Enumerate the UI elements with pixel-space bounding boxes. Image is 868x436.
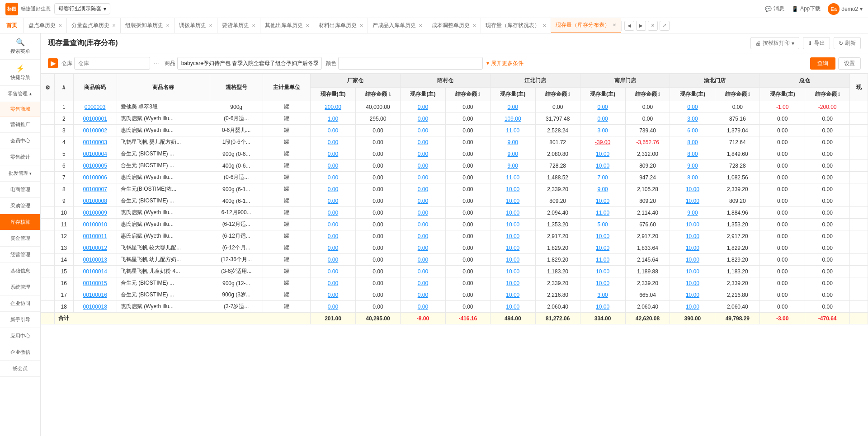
tab-close-3[interactable]: ✕ xyxy=(209,23,212,28)
export-icon: ⬇ xyxy=(808,40,812,47)
tab-item-4[interactable]: 要货单历史 ✕ xyxy=(217,18,260,33)
info-icon[interactable]: ℹ xyxy=(748,92,750,97)
cell-jiangbei-amt: 1,353.20 xyxy=(535,219,580,230)
sidebar-item-search[interactable]: 🔍 搜索英单 xyxy=(0,33,40,60)
tab-label-3: 调拨单历史 xyxy=(179,22,206,29)
tab-close-7[interactable]: ✕ xyxy=(419,23,422,28)
print-btn[interactable]: 🖨 按模板打印 ▾ xyxy=(750,37,799,49)
cell-changjiacao-qty: 0.00 xyxy=(311,160,356,172)
table-wrapper[interactable]: ⚙ # 商品编码 商品名称 规格型号 主计量单位 厂家仓 陌村仓 江北门店 南岸… xyxy=(41,74,868,436)
th-group-jiangbei: 江北门店 xyxy=(490,74,580,88)
cell-nanan-qty: 7.00 xyxy=(580,172,625,183)
tab-close-8[interactable]: ✕ xyxy=(472,23,476,28)
info-icon[interactable]: ℹ xyxy=(389,92,391,97)
color-label: 颜色 xyxy=(326,60,336,67)
cell-settings xyxy=(41,254,55,266)
info-icon[interactable]: ℹ xyxy=(478,92,480,97)
org-selector[interactable]: 母婴行业演示陈套 ▾ xyxy=(54,3,110,14)
tab-item-1[interactable]: 分量盘点单历史 ✕ xyxy=(67,18,121,33)
export-btn[interactable]: ⬇ 导出 xyxy=(803,37,830,49)
warehouse-input[interactable] xyxy=(74,57,150,70)
tab-item-5[interactable]: 其他出库单历史 ✕ xyxy=(260,18,314,33)
sidebar-item-guide[interactable]: 新手引导 xyxy=(0,312,40,328)
sidebar-item-label-marketing: 营销推广 xyxy=(2,121,38,128)
sidebar-item-stats[interactable]: 零售统计 xyxy=(0,149,40,165)
sidebar-item-member[interactable]: 会员中心 xyxy=(0,133,40,149)
cell-spec: 0-6月婴儿... xyxy=(210,125,263,136)
total-changjiacao-qty: 201.00 xyxy=(311,313,356,324)
tab-item-3[interactable]: 调拨单历史 ✕ xyxy=(175,18,217,33)
sidebar-item-basic[interactable]: 基础信息 xyxy=(0,263,40,279)
info-icon[interactable]: ℹ xyxy=(838,92,840,97)
cell-extra xyxy=(850,183,868,195)
tab-item-2[interactable]: 组装拆卸单历史 ✕ xyxy=(121,18,175,33)
cell-nanan-amt: 2,105.28 xyxy=(625,183,670,195)
cell-jiangbei-amt: 2,917.20 xyxy=(535,230,580,242)
sidebar-item-label-apps: 应用中心 xyxy=(2,333,38,339)
tab-item-0[interactable]: 盘点单历史 ✕ xyxy=(24,18,67,33)
sidebar-item-purchase[interactable]: 采购管理 xyxy=(0,198,40,214)
tab-item-9[interactable]: 现存量（库存状况表） ✕ xyxy=(481,18,551,33)
sidebar-item-wholesale[interactable]: 批发管理 ▾ xyxy=(0,165,40,182)
tab-item-7[interactable]: 产成品入库单历史 ✕ xyxy=(368,18,427,33)
cell-changjiacao-amt: 0.00 xyxy=(355,266,400,277)
th-settings[interactable]: ⚙ xyxy=(41,74,55,101)
sidebar-item-operations[interactable]: 经营管理 xyxy=(0,247,40,263)
sidebar-item-wechat[interactable]: 企业微信 xyxy=(0,344,40,361)
sidebar-item-apps[interactable]: 应用中心 xyxy=(0,328,40,344)
sidebar-item-vip[interactable]: 畅会员 xyxy=(0,361,40,377)
color-input[interactable] xyxy=(338,57,483,70)
cell-name: 合生元 (BIOSTIME) ... xyxy=(117,289,210,301)
info-icon[interactable]: ℹ xyxy=(658,92,660,97)
cell-spec: (0-6月适... xyxy=(210,113,263,125)
cell-mucuncang-qty: 0.00 xyxy=(400,219,445,230)
cell-changjiacao-qty: 0.00 xyxy=(311,195,356,207)
cell-unit: 罐 xyxy=(263,183,310,195)
cell-yubei-amt: 1,183.20 xyxy=(715,266,760,277)
tab-close-4[interactable]: ✕ xyxy=(252,23,255,28)
cell-spec: (3-6岁适用... xyxy=(210,266,263,277)
cell-jiangbei-qty: 10.00 xyxy=(490,230,535,242)
sidebar-item-nav[interactable]: ⚡ 快捷导航 xyxy=(0,60,40,86)
sidebar-item-finance[interactable]: 资金管理 xyxy=(0,230,40,247)
user-area[interactable]: Ea demo2 ▾ xyxy=(828,3,863,15)
message-btn[interactable]: 💬 消息 xyxy=(765,5,784,13)
filter-goods: 商品 xyxy=(165,57,322,70)
app-download-btn[interactable]: 📱 App下载 xyxy=(792,5,821,13)
sidebar-item-retail[interactable]: 零售管理 ▲ xyxy=(0,86,40,102)
tab-close-5[interactable]: ✕ xyxy=(306,23,309,28)
tab-close-9[interactable]: ✕ xyxy=(542,23,546,28)
table-row: 3 00100002 惠氏启赋 (Wyeth illu... 0-6月婴儿...… xyxy=(41,125,868,136)
sidebar-item-inventory[interactable]: 库存核算 xyxy=(0,214,40,230)
filter-collapse-btn[interactable]: ▶ xyxy=(48,58,58,68)
tab-next-btn[interactable]: ▶ xyxy=(636,21,646,31)
query-btn[interactable]: 查询 xyxy=(810,57,835,70)
sidebar-item-collab[interactable]: 企业协同 xyxy=(0,295,40,312)
settings-btn[interactable]: 设置 xyxy=(838,57,861,70)
cell-changjiacao-qty: 0.00 xyxy=(311,183,356,195)
tab-close-all-btn[interactable]: ✕ xyxy=(648,21,658,31)
tab-close-1[interactable]: ✕ xyxy=(112,23,116,28)
cell-jiangbei-amt: 2,060.40 xyxy=(535,301,580,313)
info-icon[interactable]: ℹ xyxy=(568,92,570,97)
filter-expand-btn[interactable]: ▾ 展开更多条件 xyxy=(486,60,524,67)
tab-close-10[interactable]: ✕ xyxy=(613,23,616,28)
sidebar-item-ecommerce[interactable]: 电商管理 xyxy=(0,182,40,198)
refresh-btn[interactable]: ↻ 刷新 xyxy=(834,37,861,49)
tab-close-0[interactable]: ✕ xyxy=(58,23,62,28)
tab-item-10[interactable]: 现存量（库存分布表） ✕ xyxy=(551,18,621,33)
sidebar-item-marketing[interactable]: 营销推广 xyxy=(0,117,40,133)
tab-home[interactable]: 首页 xyxy=(0,18,24,33)
sidebar-sub-item-mall[interactable]: 零售商城 xyxy=(0,102,40,117)
cell-total-qty: 0.00 xyxy=(760,254,805,266)
sidebar-item-system[interactable]: 系统管理 xyxy=(0,279,40,295)
tab-item-8[interactable]: 成本调整单历史 ✕ xyxy=(427,18,481,33)
cell-total-amt: 0.00 xyxy=(805,266,850,277)
tab-expand-btn[interactable]: ⤢ xyxy=(660,21,670,31)
tab-close-2[interactable]: ✕ xyxy=(166,23,170,28)
goods-input[interactable] xyxy=(177,57,322,70)
tab-item-6[interactable]: 材料出库单历史 ✕ xyxy=(314,18,368,33)
tab-prev-btn[interactable]: ◀ xyxy=(624,21,634,31)
sidebar-item-label-operations: 经营管理 xyxy=(2,251,38,258)
tab-close-6[interactable]: ✕ xyxy=(359,23,363,28)
